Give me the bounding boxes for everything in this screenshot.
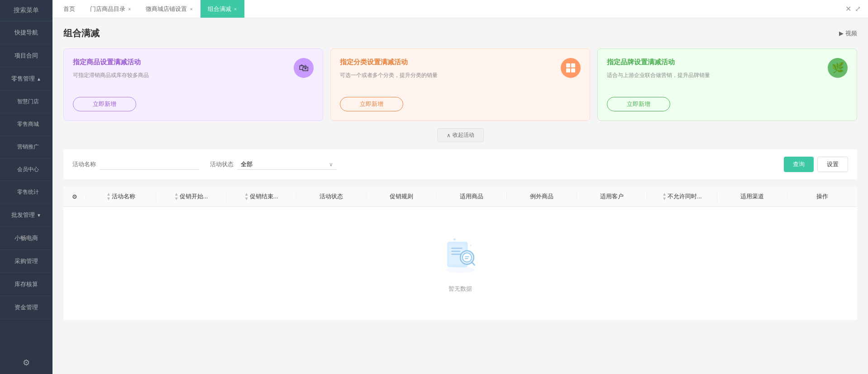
product-card-icon: 🛍 bbox=[294, 58, 314, 78]
category-card-add-btn[interactable]: 立即新增 bbox=[340, 97, 403, 111]
maximize-icon[interactable]: ⤢ bbox=[855, 5, 861, 13]
svg-point-4 bbox=[446, 267, 474, 273]
close-window-icon[interactable]: ✕ bbox=[845, 5, 851, 13]
brand-promo-card: 🌿 指定品牌设置满减活动 适合与上游企业联合做营销，提升品牌销量 立即新增 bbox=[597, 48, 857, 121]
search-row: 活动名称 活动状态 全部 进行中 未开始 已结束 已禁用 查询 设置 bbox=[63, 149, 857, 179]
category-promo-card: 指定分类设置满减活动 可选一个或者多个分类，提升分类的销量 立即新增 bbox=[330, 48, 590, 121]
tab-home[interactable]: 首页 bbox=[56, 0, 83, 18]
chevron-down-icon: ▼ bbox=[37, 213, 41, 218]
activity-name-input[interactable] bbox=[100, 159, 199, 170]
tab-label: 组合满减 bbox=[208, 5, 231, 13]
collapse-row: ∧ 收起活动 bbox=[63, 128, 857, 142]
sidebar-item-purchase-mgmt[interactable]: 采购管理 bbox=[0, 250, 52, 273]
sidebar-item-label: 智慧门店 bbox=[17, 98, 39, 105]
th-gear[interactable]: ⚙ bbox=[63, 193, 86, 200]
tab-label: 首页 bbox=[63, 5, 75, 13]
query-btn[interactable]: 查询 bbox=[784, 157, 814, 172]
sidebar-item-label: 批发管理 bbox=[11, 211, 35, 219]
collapse-btn-label: 收起活动 bbox=[453, 131, 474, 139]
tabs-actions: ✕ ⤢ bbox=[845, 5, 864, 13]
brand-card-desc: 适合与上游企业联合做营销，提升品牌销量 bbox=[607, 71, 787, 80]
svg-rect-7 bbox=[451, 248, 463, 249]
activity-status-select-wrapper: 全部 进行中 未开始 已结束 已禁用 bbox=[237, 159, 337, 170]
sidebar-item-label: 项目合同 bbox=[14, 52, 38, 60]
empty-state-illustration bbox=[438, 234, 483, 279]
th-no-concurrent: ▲▼ 不允许同时... bbox=[647, 192, 717, 201]
th-applicable-channel: 适用渠道 bbox=[717, 192, 787, 201]
sort-icon[interactable]: ▲▼ bbox=[174, 192, 179, 201]
tab-wechat-store[interactable]: 微商城店铺设置 × bbox=[138, 0, 200, 18]
settings-icon-btn[interactable]: ⚙ bbox=[0, 351, 52, 374]
sidebar-item-label: 零售管理 bbox=[11, 75, 35, 83]
svg-rect-12 bbox=[465, 256, 469, 257]
sidebar-item-label: 零售商城 bbox=[17, 120, 39, 128]
svg-point-16 bbox=[470, 245, 472, 246]
product-card-add-btn[interactable]: 立即新增 bbox=[73, 97, 136, 111]
activity-status-label: 活动状态 bbox=[210, 160, 234, 168]
svg-point-11 bbox=[463, 253, 472, 262]
sidebar-item-label: 库存核算 bbox=[14, 280, 38, 288]
page-title: 组合满减 bbox=[63, 27, 100, 39]
play-circle-icon: ▶ bbox=[839, 30, 844, 37]
sidebar-item-finance-mgmt[interactable]: 资金管理 bbox=[0, 296, 52, 319]
th-promo-start: ▲▼ 促销开始... bbox=[156, 192, 226, 201]
tabs-list: 首页 门店商品目录 × 微商城店铺设置 × 组合满减 × bbox=[56, 0, 244, 18]
product-card-title: 指定商品设置满减活动 bbox=[73, 58, 314, 67]
tab-close-icon[interactable]: × bbox=[128, 6, 131, 12]
sort-icon[interactable]: ▲▼ bbox=[244, 192, 249, 201]
video-label: 视频 bbox=[845, 29, 857, 38]
tab-label: 门店商品目录 bbox=[90, 5, 125, 13]
collapse-activity-btn[interactable]: ∧ 收起活动 bbox=[437, 128, 484, 142]
sidebar-item-marketing[interactable]: 营销推广 bbox=[0, 136, 52, 158]
th-applicable-customer: 适用客户 bbox=[577, 192, 647, 201]
tabs-bar: 首页 门店商品目录 × 微商城店铺设置 × 组合满减 × ✕ ⤢ bbox=[52, 0, 868, 18]
sidebar-item-xiaochang[interactable]: 小畅电商 bbox=[0, 227, 52, 250]
svg-point-15 bbox=[453, 238, 456, 240]
svg-rect-0 bbox=[566, 63, 570, 67]
activity-table: ⚙ ▲▼ 活动名称 ▲▼ 促销开始... ▲▼ 促销结束... 活动状态 bbox=[63, 187, 857, 320]
svg-rect-13 bbox=[465, 258, 468, 259]
product-promo-card: 🛍 指定商品设置满减活动 可指定滞销商品或库存较多商品 立即新增 bbox=[63, 48, 323, 121]
sidebar-search[interactable]: 搜索菜单 bbox=[0, 0, 52, 21]
brand-card-title: 指定品牌设置满减活动 bbox=[607, 58, 848, 67]
sidebar-item-label: 零售统计 bbox=[17, 188, 39, 196]
sort-icon[interactable]: ▲▼ bbox=[662, 192, 667, 201]
activity-name-label: 活动名称 bbox=[72, 160, 96, 168]
page-body: 组合满减 ▶ 视频 🛍 指定商品设置满减活动 可指定滞销商品或库存较多商品 立即… bbox=[52, 18, 868, 374]
sidebar-item-project-contract[interactable]: 项目合同 bbox=[0, 44, 52, 67]
sort-icon[interactable]: ▲▼ bbox=[106, 192, 111, 201]
sidebar: 搜索菜单 快捷导航 项目合同 零售管理 ▲ 智慧门店 零售商城 营销推广 会员中… bbox=[0, 0, 52, 374]
sidebar-item-member-center[interactable]: 会员中心 bbox=[0, 158, 52, 181]
tab-label: 微商城店铺设置 bbox=[146, 5, 187, 13]
gear-icon: ⚙ bbox=[23, 358, 30, 367]
brand-card-add-btn[interactable]: 立即新增 bbox=[607, 97, 670, 111]
sidebar-item-retail-stats[interactable]: 零售统计 bbox=[0, 181, 52, 204]
sidebar-item-inventory-calc[interactable]: 库存核算 bbox=[0, 273, 52, 296]
tab-close-icon[interactable]: × bbox=[190, 6, 192, 12]
empty-state: 暂无数据 bbox=[63, 207, 857, 320]
th-promo-rule: 促销规则 bbox=[367, 192, 437, 201]
activity-name-field: 活动名称 bbox=[72, 159, 199, 170]
tab-product-catalog[interactable]: 门店商品目录 × bbox=[83, 0, 138, 18]
sidebar-item-quick-nav[interactable]: 快捷导航 bbox=[0, 21, 52, 44]
sidebar-item-retail-mgmt[interactable]: 零售管理 ▲ bbox=[0, 67, 52, 91]
tab-combo-discount[interactable]: 组合满减 × bbox=[200, 0, 244, 18]
video-link[interactable]: ▶ 视频 bbox=[839, 29, 857, 38]
activity-status-select[interactable]: 全部 进行中 未开始 已结束 已禁用 bbox=[237, 159, 337, 170]
sidebar-item-label: 会员中心 bbox=[17, 166, 39, 173]
category-card-icon bbox=[561, 58, 581, 78]
th-operation: 操作 bbox=[787, 192, 857, 201]
svg-line-14 bbox=[472, 262, 475, 265]
tab-close-icon[interactable]: × bbox=[234, 6, 237, 12]
sidebar-item-retail-mall[interactable]: 零售商城 bbox=[0, 113, 52, 136]
sidebar-item-wholesale-mgmt[interactable]: 批发管理 ▼ bbox=[0, 204, 52, 227]
sidebar-item-smart-store[interactable]: 智慧门店 bbox=[0, 91, 52, 113]
table-header: ⚙ ▲▼ 活动名称 ▲▼ 促销开始... ▲▼ 促销结束... 活动状态 bbox=[63, 187, 857, 207]
empty-state-text: 暂无数据 bbox=[448, 285, 472, 293]
sidebar-item-label: 采购管理 bbox=[14, 257, 38, 265]
promo-cards-row: 🛍 指定商品设置满减活动 可指定滞销商品或库存较多商品 立即新增 指定分类设置满… bbox=[63, 48, 857, 121]
svg-rect-9 bbox=[451, 254, 462, 255]
svg-rect-8 bbox=[451, 251, 460, 252]
brand-card-icon: 🌿 bbox=[828, 58, 848, 78]
settings-btn[interactable]: 设置 bbox=[817, 157, 848, 172]
